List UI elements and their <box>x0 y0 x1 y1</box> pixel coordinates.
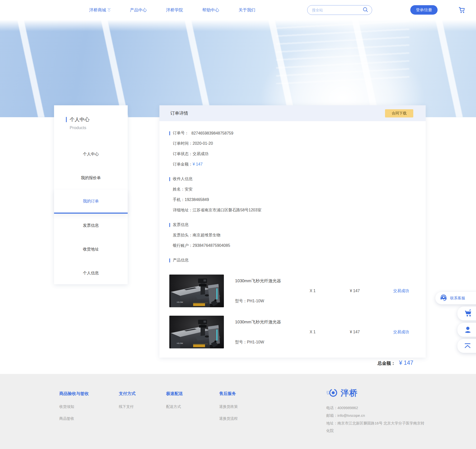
cart-icon[interactable] <box>457 5 466 14</box>
sidebar-item-personal-info[interactable]: 个人信息 <box>54 261 128 285</box>
footer-col-aftersale: 售后服务 退换货政策 退换货流程 <box>219 391 238 428</box>
order-number-label: 订单号： <box>173 131 189 136</box>
top-nav: 泮桥商城 产品中心 泮桥学院 帮助中心 关于我们 登录/注册 <box>0 0 476 20</box>
contract-download-button[interactable]: 合同下载 <box>385 109 413 117</box>
svg-text:HS-5M: HS-5M <box>177 301 183 303</box>
total-value: ¥ 147 <box>399 360 413 366</box>
contact-phone-value: 4009989862 <box>337 406 358 410</box>
floating-account-button[interactable] <box>457 323 476 337</box>
footer-link[interactable]: 商品签收 <box>59 416 89 421</box>
contact-email-value: info@tvscope.cn <box>337 413 365 418</box>
product-status-link[interactable]: 交易成功 <box>393 330 409 335</box>
footer-brand-block: 泮桥 电话：4009989862 邮箱：info@tvscope.cn 地址：南… <box>326 388 428 435</box>
order-status-label: 订单状态： <box>173 152 193 156</box>
footer-col-title[interactable]: 售后服务 <box>219 391 238 396</box>
nav-item-academy[interactable]: 泮桥学院 <box>166 7 183 13</box>
sidebar-item-invoice-info[interactable]: 发票信息 <box>54 214 128 237</box>
footer-contact: 电话：4009989862 邮箱：info@tvscope.cn 地址：南京市江… <box>326 404 428 434</box>
hero-banner-image <box>0 20 476 117</box>
page-footer: 商品验收与签收 收货须知 商品签收 支付方式 线下支付 极速配送 配送方式 售后… <box>0 374 476 449</box>
footer-link[interactable]: 配送方式 <box>166 404 183 409</box>
title-accent-bar <box>66 117 67 122</box>
products-heading: 产品信息 <box>173 258 189 263</box>
banner-fade <box>0 20 476 31</box>
back-to-top-button[interactable] <box>457 339 476 353</box>
footer-col-delivery: 极速配送 配送方式 <box>166 391 183 416</box>
section-accent-bar <box>169 177 170 181</box>
nav-item-products[interactable]: 产品中心 <box>130 7 147 13</box>
order-time-value: 2020-01-20 <box>193 141 213 145</box>
product-info-section: 产品信息 <box>169 258 414 366</box>
search-icon[interactable] <box>362 7 368 14</box>
banner-glow <box>0 20 476 117</box>
sidebar-menu: 个人中心 我的报价单 我的订单 发票信息 收货地址 个人信息 <box>54 142 128 285</box>
panel-title: 订单详情 <box>170 110 188 116</box>
product-name: 1030mm飞秒光纤激光器 <box>235 278 281 284</box>
brand-logo: 泮桥 <box>326 388 428 399</box>
order-total: 总金额： ¥ 147 <box>169 360 414 366</box>
receiver-address-label: 详细地址： <box>173 208 193 212</box>
order-status-value: 交易成功 <box>193 152 208 156</box>
sidebar-item-personal-center[interactable]: 个人中心 <box>54 142 128 166</box>
brand-logo-icon <box>326 388 338 399</box>
product-model: 型号：PH1-10W <box>235 299 264 304</box>
contact-phone-label: 电话： <box>326 406 337 410</box>
invoice-account-value: 29384764875904085 <box>193 243 230 248</box>
panel-header: 订单详情 合同下载 <box>159 105 426 121</box>
footer-link[interactable]: 退换货流程 <box>219 416 238 421</box>
contact-service-button[interactable]: 联系客服 <box>435 292 476 304</box>
product-quantity: X 1 <box>310 330 316 334</box>
footer-col-title[interactable]: 商品验收与签收 <box>59 391 89 396</box>
person-icon <box>463 325 472 334</box>
footer-col-title[interactable]: 支付方式 <box>119 391 136 396</box>
invoice-heading: 发票信息 <box>173 222 189 227</box>
footer-link[interactable]: 退换货政策 <box>219 404 238 409</box>
product-price: ¥ 147 <box>350 330 360 334</box>
order-amount-value: ¥ 147 <box>193 162 203 166</box>
receiver-name-value: 安安 <box>185 187 193 191</box>
account-sidebar: 个人中心 Products 个人中心 我的报价单 我的订单 发票信息 收货地址 … <box>54 105 128 284</box>
section-accent-bar <box>169 223 170 227</box>
total-label: 总金额： <box>378 361 395 366</box>
product-price: ¥ 147 <box>350 289 360 293</box>
sidebar-item-my-orders[interactable]: 我的订单 <box>54 190 128 214</box>
order-amount-label: 订单金额： <box>173 162 193 166</box>
floating-cart-button[interactable] <box>457 307 476 320</box>
footer-link[interactable]: 收货须知 <box>59 404 89 409</box>
nav-brand-label: 泮桥商城 <box>89 7 106 13</box>
product-row[interactable]: HS-5M <box>169 275 414 307</box>
chevron-double-down-icon <box>108 8 111 12</box>
footer-col-title[interactable]: 极速配送 <box>166 391 183 396</box>
footer-link[interactable]: 线下支付 <box>119 404 136 409</box>
login-register-button[interactable]: 登录/注册 <box>410 5 438 15</box>
svg-text:HS-5M: HS-5M <box>177 342 183 344</box>
contact-address-label: 地址： <box>326 421 337 425</box>
footer-col-payment: 支付方式 线下支付 <box>119 391 136 416</box>
arrow-to-top-icon <box>463 342 472 350</box>
contact-email-label: 邮箱： <box>326 413 337 418</box>
site-search <box>307 5 372 15</box>
product-status-link[interactable]: 交易成功 <box>393 288 409 294</box>
receiver-phone-label: 手机： <box>173 197 185 202</box>
product-model: 型号：PH1-10W <box>235 340 264 345</box>
nav-item-brand-mall[interactable]: 泮桥商城 <box>89 7 111 13</box>
cart-icon <box>463 309 473 318</box>
sidebar-item-my-quotes[interactable]: 我的报价单 <box>54 166 128 190</box>
invoice-info-section: 发票信息 发票抬头：南京超维景生物 银行账户：29384764875904085 <box>169 222 414 248</box>
receiver-info-section: 收件人信息 姓名：安安 手机：19238465849 详细地址：江苏省南京市浦口… <box>169 176 414 213</box>
sidebar-subtitle: Products <box>70 125 128 130</box>
order-info-section: 订单号： 8274659839848758759 订单时间：2020-01-20… <box>169 131 414 167</box>
nav-item-help[interactable]: 帮助中心 <box>202 7 219 13</box>
sidebar-header: 个人中心 Products <box>54 105 128 130</box>
receiver-phone-value: 19238465849 <box>185 197 209 202</box>
headset-icon <box>440 294 447 302</box>
search-input[interactable] <box>312 8 362 12</box>
brand-logo-text: 泮桥 <box>341 388 358 399</box>
footer-col-acceptance: 商品验收与签收 收货须知 商品签收 <box>59 391 89 428</box>
sidebar-item-shipping-address[interactable]: 收货地址 <box>54 237 128 261</box>
section-accent-bar <box>169 131 170 135</box>
nav-item-about[interactable]: 关于我们 <box>238 7 255 13</box>
product-image: HS-5M <box>169 316 224 348</box>
product-row[interactable]: HS-5M <box>169 316 414 348</box>
order-detail-panel: 订单详情 合同下载 订单号： 8274659839848758759 订单时间：… <box>159 105 426 358</box>
